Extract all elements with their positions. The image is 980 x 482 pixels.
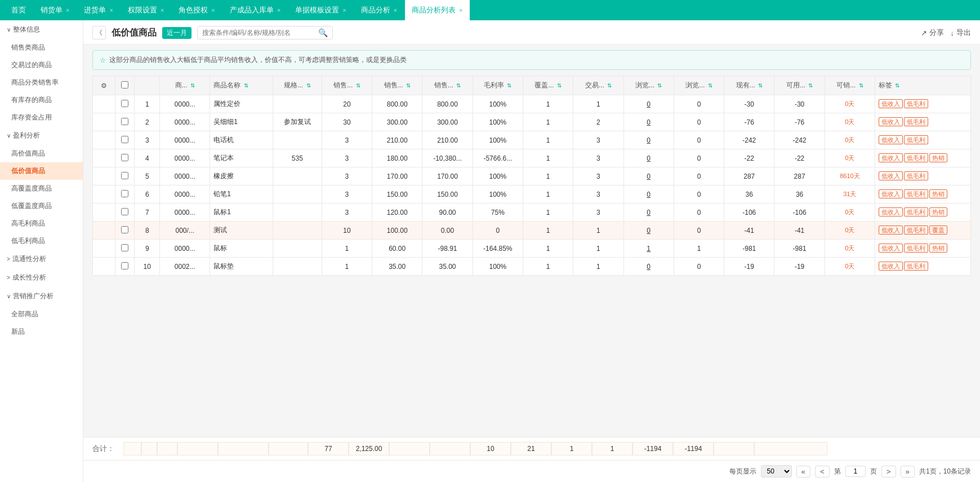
- row-settings[interactable]: [93, 258, 115, 276]
- col-code[interactable]: 商... ⇅: [160, 76, 210, 95]
- row-check[interactable]: [121, 100, 128, 107]
- col-browse1[interactable]: 浏览... ⇅: [623, 76, 674, 95]
- row-browse1[interactable]: 0: [623, 167, 674, 185]
- nav-role-close[interactable]: ×: [211, 7, 215, 14]
- row-check[interactable]: [121, 208, 128, 215]
- row-check[interactable]: [121, 136, 128, 143]
- sidebar-item-high-coverage[interactable]: 高覆盖度商品: [0, 180, 83, 197]
- nav-product-close[interactable]: ×: [277, 7, 280, 14]
- browse-link[interactable]: 0: [647, 227, 651, 235]
- browse-link[interactable]: 0: [647, 118, 651, 126]
- sidebar-group-flow[interactable]: > 流通性分析: [0, 250, 83, 268]
- search-icon[interactable]: 🔍: [318, 28, 328, 37]
- browse-link[interactable]: 0: [647, 191, 651, 198]
- browse-link[interactable]: 0: [647, 263, 651, 271]
- nav-purchase[interactable]: 进货单 ×: [77, 0, 119, 20]
- nav-permission[interactable]: 权限设置 ×: [121, 0, 171, 20]
- row-checkbox[interactable]: [115, 185, 135, 204]
- row-settings[interactable]: [93, 222, 115, 240]
- col-browse2[interactable]: 浏览... ⇅: [674, 76, 724, 95]
- nav-product[interactable]: 产成品入库单 ×: [223, 0, 287, 20]
- row-browse1[interactable]: 0: [623, 95, 674, 113]
- browse-link[interactable]: 0: [647, 136, 651, 144]
- col-stock[interactable]: 现有... ⇅: [724, 76, 774, 95]
- col-available[interactable]: 可用... ⇅: [774, 76, 825, 95]
- row-checkbox[interactable]: [115, 95, 135, 113]
- sidebar-item-category-sales[interactable]: 商品分类销售率: [0, 74, 83, 91]
- row-check[interactable]: [121, 190, 128, 197]
- row-browse1[interactable]: 0: [623, 185, 674, 204]
- sidebar-item-low-margin[interactable]: 低毛利商品: [0, 232, 83, 250]
- export-button[interactable]: ↓ 导出: [951, 28, 972, 38]
- row-check[interactable]: [121, 262, 128, 269]
- sidebar-item-sales-goods[interactable]: 销售类商品: [0, 39, 83, 56]
- sidebar-item-high-value[interactable]: 高价值商品: [0, 145, 83, 162]
- prev-page-btn[interactable]: <: [815, 466, 830, 477]
- row-browse1[interactable]: 0: [623, 258, 674, 276]
- nav-goods-analysis-close[interactable]: ×: [394, 7, 397, 14]
- first-page-btn[interactable]: «: [796, 466, 810, 477]
- sidebar-item-all-goods[interactable]: 全部商品: [0, 306, 83, 323]
- browse-link[interactable]: 0: [647, 209, 651, 216]
- sidebar-item-high-margin[interactable]: 高毛利商品: [0, 215, 83, 232]
- row-checkbox[interactable]: [115, 131, 135, 149]
- page-input[interactable]: [845, 466, 866, 477]
- nav-goods-list[interactable]: 商品分析列表 ×: [405, 0, 469, 20]
- collapse-sidebar-btn[interactable]: 《: [92, 26, 106, 39]
- row-settings[interactable]: [93, 185, 115, 204]
- row-settings[interactable]: [93, 113, 115, 131]
- col-margin[interactable]: 毛利率 ⇅: [473, 76, 523, 95]
- col-spec[interactable]: 规格... ⇅: [273, 76, 322, 95]
- col-coverage[interactable]: 覆盖... ⇅: [523, 76, 573, 95]
- sidebar-group-overall[interactable]: ∨ 整体信息: [0, 20, 83, 39]
- row-checkbox[interactable]: [115, 258, 135, 276]
- col-sellable[interactable]: 可销... ⇅: [825, 76, 875, 95]
- row-check[interactable]: [121, 244, 128, 251]
- time-badge[interactable]: 近一月: [162, 27, 191, 39]
- browse-link[interactable]: 0: [647, 154, 651, 162]
- nav-sales[interactable]: 销货单 ×: [34, 0, 76, 20]
- search-input[interactable]: [202, 29, 315, 37]
- share-button[interactable]: ↗ 分享: [921, 28, 944, 38]
- row-browse1[interactable]: 1: [623, 240, 674, 258]
- browse-link[interactable]: 1: [647, 245, 651, 253]
- row-checkbox[interactable]: [115, 204, 135, 222]
- row-check[interactable]: [121, 226, 128, 233]
- col-sale-amt[interactable]: 销售... ⇅: [372, 76, 422, 95]
- row-settings[interactable]: [93, 131, 115, 149]
- col-sale-qty[interactable]: 销售... ⇅: [322, 76, 372, 95]
- row-browse1[interactable]: 0: [623, 149, 674, 167]
- sidebar-item-low-coverage[interactable]: 低覆盖度商品: [0, 197, 83, 215]
- row-browse1[interactable]: 0: [623, 131, 674, 149]
- row-settings[interactable]: [93, 95, 115, 113]
- row-check[interactable]: [121, 154, 128, 161]
- col-name[interactable]: 商品名称 ⇅: [210, 76, 273, 95]
- row-check[interactable]: [121, 172, 128, 179]
- per-page-select[interactable]: 50 100 200: [761, 465, 792, 477]
- row-browse1[interactable]: 0: [623, 204, 674, 222]
- nav-template[interactable]: 单据模板设置 ×: [288, 0, 353, 20]
- last-page-btn[interactable]: »: [901, 466, 915, 477]
- browse-link[interactable]: 0: [647, 173, 651, 180]
- row-browse1[interactable]: 0: [623, 222, 674, 240]
- col-checkbox[interactable]: [115, 76, 135, 95]
- browse-link[interactable]: 0: [647, 100, 651, 108]
- nav-home[interactable]: 首页: [5, 0, 33, 20]
- nav-goods-list-close[interactable]: ×: [459, 7, 462, 14]
- row-checkbox[interactable]: [115, 167, 135, 185]
- sidebar-item-stock-goods[interactable]: 有库存的商品: [0, 91, 83, 109]
- row-checkbox[interactable]: [115, 222, 135, 240]
- nav-permission-close[interactable]: ×: [161, 7, 164, 14]
- row-checkbox[interactable]: [115, 149, 135, 167]
- row-check[interactable]: [121, 118, 128, 125]
- row-settings[interactable]: [93, 204, 115, 222]
- row-checkbox[interactable]: [115, 113, 135, 131]
- nav-template-close[interactable]: ×: [342, 7, 346, 14]
- sidebar-item-new-goods[interactable]: 新品: [0, 323, 83, 341]
- col-settings[interactable]: ⚙: [93, 76, 115, 95]
- next-page-btn[interactable]: >: [881, 466, 896, 477]
- row-settings[interactable]: [93, 240, 115, 258]
- nav-role[interactable]: 角色授权 ×: [172, 0, 221, 20]
- sidebar-group-profit[interactable]: ∨ 盈利分析: [0, 126, 83, 145]
- nav-purchase-close[interactable]: ×: [109, 7, 113, 14]
